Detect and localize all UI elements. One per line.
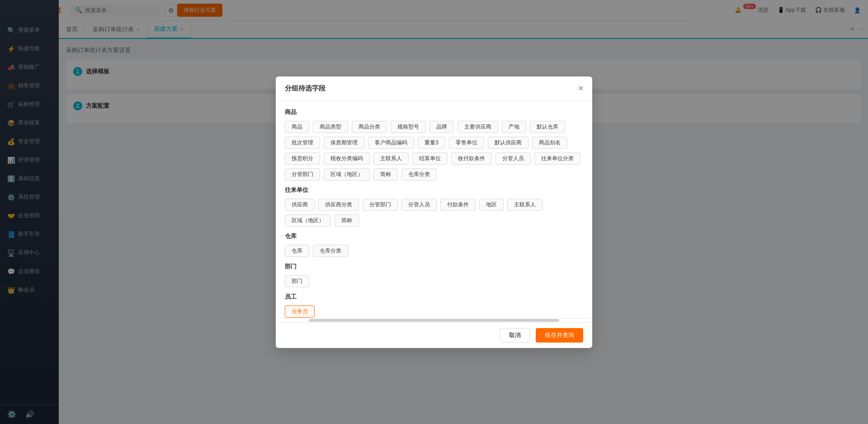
field-tag[interactable]: 客户商品编码 bbox=[368, 137, 414, 149]
modal-overlay: 分组待选字段 × 商品 商品 商品类型 商品分类 规格型号 品牌 主要供应商 产… bbox=[0, 0, 868, 424]
group-title-goods: 商品 bbox=[285, 108, 583, 116]
modal-hscrollbar[interactable] bbox=[276, 318, 592, 322]
field-tag-business[interactable]: 业务员 bbox=[285, 305, 315, 318]
field-tag[interactable]: 产地 bbox=[502, 121, 526, 133]
field-tag[interactable]: 零售单位 bbox=[449, 137, 484, 149]
field-tag[interactable]: 品牌 bbox=[429, 121, 454, 133]
fields-wrap-department: 部门 bbox=[285, 275, 583, 287]
field-tag[interactable]: 结算单位 bbox=[412, 152, 448, 165]
field-tag[interactable]: 批次管理 bbox=[285, 137, 320, 149]
field-tag[interactable]: 区域（地区） bbox=[285, 214, 331, 227]
modal-footer: 取消 保存并查询 bbox=[276, 322, 592, 348]
fields-wrap-warehouse: 仓库 仓库分类 bbox=[285, 245, 583, 257]
field-tag[interactable]: 分管部门 bbox=[285, 168, 320, 181]
field-tag[interactable]: 收付款条件 bbox=[451, 152, 492, 165]
fields-wrap-goods: 商品 商品类型 商品分类 规格型号 品牌 主要供应商 产地 默认仓库 批次管理 … bbox=[285, 121, 583, 181]
modal-close-btn[interactable]: × bbox=[578, 84, 583, 93]
field-tag[interactable]: 税收分类编码 bbox=[324, 152, 370, 165]
modal-header: 分组待选字段 × bbox=[276, 76, 592, 101]
field-tag[interactable]: 区域（地区） bbox=[324, 168, 370, 181]
field-tag[interactable]: 商品分类 bbox=[352, 121, 387, 133]
field-tag[interactable]: 分管部门 bbox=[363, 199, 398, 211]
field-tag[interactable]: 主联系人 bbox=[507, 199, 542, 211]
cancel-button[interactable]: 取消 bbox=[500, 328, 530, 343]
modal-title: 分组待选字段 bbox=[285, 84, 326, 93]
field-tag[interactable]: 供应商分类 bbox=[318, 199, 359, 211]
field-tag[interactable]: 部门 bbox=[285, 275, 309, 287]
field-tag[interactable]: 主联系人 bbox=[373, 152, 409, 165]
fields-wrap-counterparty: 供应商 供应商分类 分管部门 分管人员 付款条件 地区 主联系人 区域（地区） … bbox=[285, 199, 583, 227]
field-tag[interactable]: 拣货积分 bbox=[285, 152, 320, 165]
fields-wrap-employee: 业务员 bbox=[285, 305, 583, 318]
group-title-employee: 员工 bbox=[285, 293, 583, 301]
field-tag[interactable]: 商品别名 bbox=[532, 137, 567, 149]
field-tag[interactable]: 分管人员 bbox=[495, 152, 531, 165]
field-tag[interactable]: 仓库分类 bbox=[401, 168, 437, 181]
modal-body: 商品 商品 商品类型 商品分类 规格型号 品牌 主要供应商 产地 默认仓库 批次… bbox=[276, 101, 592, 319]
modal-hscrollbar-thumb bbox=[309, 319, 559, 322]
field-tag[interactable]: 分管人员 bbox=[401, 199, 437, 211]
field-tag[interactable]: 商品 bbox=[285, 121, 309, 133]
field-tag[interactable]: 往来单位分类 bbox=[534, 152, 580, 165]
field-tag[interactable]: 主要供应商 bbox=[458, 121, 498, 133]
field-tag[interactable]: 默认供应商 bbox=[488, 137, 528, 149]
field-tag[interactable]: 供应商 bbox=[285, 199, 315, 211]
field-tag[interactable]: 地区 bbox=[479, 199, 504, 211]
group-title-counterparty: 往来单位 bbox=[285, 186, 583, 194]
modal-field-select: 分组待选字段 × 商品 商品 商品类型 商品分类 规格型号 品牌 主要供应商 产… bbox=[276, 76, 592, 348]
field-tag[interactable]: 仓库 bbox=[285, 245, 309, 257]
confirm-button[interactable]: 保存并查询 bbox=[536, 328, 583, 343]
field-tag[interactable]: 简称 bbox=[373, 168, 398, 181]
field-tag[interactable]: 商品类型 bbox=[313, 121, 348, 133]
field-tag[interactable]: 重量3 bbox=[418, 137, 445, 149]
field-tag[interactable]: 保质期管理 bbox=[324, 137, 364, 149]
field-tag[interactable]: 仓库分类 bbox=[313, 245, 348, 257]
group-title-warehouse: 仓库 bbox=[285, 232, 583, 240]
field-tag[interactable]: 付款条件 bbox=[440, 199, 476, 211]
field-tag[interactable]: 简称 bbox=[335, 214, 359, 227]
field-tag[interactable]: 默认仓库 bbox=[530, 121, 565, 133]
field-tag[interactable]: 规格型号 bbox=[391, 121, 426, 133]
group-title-department: 部门 bbox=[285, 262, 583, 271]
